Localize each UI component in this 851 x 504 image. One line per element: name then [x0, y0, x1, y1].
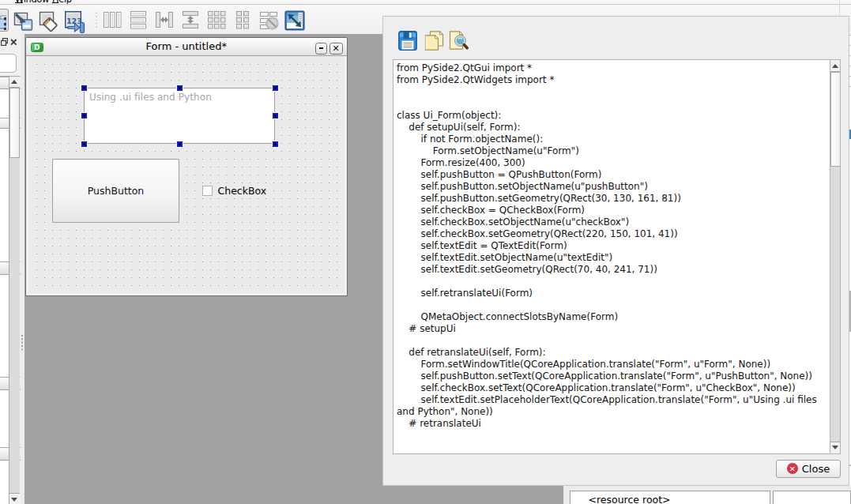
edit-buddies-button[interactable] [36, 9, 58, 32]
edit-buddies-icon [38, 10, 58, 32]
preview-code-button[interactable] [449, 31, 469, 51]
shade-dash-icon [319, 47, 324, 49]
dock-float-button[interactable] [1, 38, 8, 46]
scrollbar-up-button[interactable] [830, 60, 841, 72]
generated-python-code: from PySide2.QtGui import * from PySide2… [397, 62, 817, 430]
widget-box-dock [0, 34, 21, 504]
layout-form-button[interactable] [232, 9, 254, 32]
dock-close-icon [9, 38, 18, 47]
widget-box-filter-input[interactable] [0, 54, 17, 73]
resource-tree-panel[interactable]: <resource root> [570, 491, 770, 504]
selection-handle-bottom-left[interactable] [81, 141, 87, 147]
selection-handle-top-left[interactable] [81, 85, 87, 91]
dock-close-button[interactable] [9, 38, 18, 47]
close-button[interactable]: ✕ Close [776, 460, 841, 479]
scrollbar-up-button[interactable] [9, 77, 20, 88]
resource-files-panel[interactable] [773, 491, 851, 504]
resource-browser-dock: <resource root> [563, 486, 851, 504]
svg-text:123: 123 [66, 17, 82, 25]
close-button-label: Close [802, 463, 830, 475]
break-layout-icon [259, 10, 280, 31]
form-window-title: Form - untitled* [26, 40, 348, 52]
layout-form-icon [233, 10, 252, 29]
magnifier-document-icon [449, 31, 469, 51]
textedit-widget[interactable]: Using .ui files and Python [84, 88, 275, 144]
mnemonic-underline [15, 2, 23, 3]
layout-horizontally-icon [103, 10, 122, 29]
widget-box-scrollbar[interactable] [9, 77, 20, 504]
down-arrow-icon [832, 446, 838, 449]
scrollbar-thumb[interactable] [830, 72, 841, 167]
selection-handle-top-center[interactable] [177, 85, 183, 91]
layout-horizontally-button[interactable] [101, 9, 123, 32]
edit-tab-order-icon: 123 [64, 10, 85, 33]
close-red-icon: ✕ [787, 463, 798, 474]
code-text-area[interactable]: from PySide2.QtGui import * from PySide2… [393, 59, 841, 454]
code-preview-dialog: from PySide2.QtGui import * from PySide2… [382, 16, 849, 487]
textedit-placeholder: Using .ui files and Python [89, 92, 212, 103]
down-arrow-icon [11, 498, 17, 502]
scrollbar-thumb[interactable] [9, 88, 20, 158]
selection-handle-bottom-center[interactable] [177, 141, 183, 147]
resource-root-item[interactable]: <resource root> [589, 494, 671, 504]
pushbutton-widget[interactable]: PushButton [52, 159, 179, 223]
dock-boundary-line [839, 0, 840, 16]
menu-bar: Window Help [0, 0, 851, 5]
break-layout-button[interactable] [258, 9, 280, 32]
pushbutton-label: PushButton [88, 185, 145, 197]
edit-signals-slots-icon [13, 10, 33, 32]
layout-grid-icon [207, 10, 226, 29]
splitter-handle[interactable] [21, 335, 23, 352]
edit-tab-order-button[interactable]: 123 [62, 9, 85, 32]
dock-float-icon [1, 38, 8, 46]
adjust-size-icon [284, 10, 305, 31]
close-x-icon: ✕ [330, 43, 342, 55]
form-window-shade-button[interactable] [315, 43, 328, 55]
layout-horizontally-splitter-icon [155, 10, 174, 29]
selection-handle-mid-right[interactable] [273, 113, 278, 118]
layout-vertically-splitter-button[interactable] [179, 9, 201, 32]
edit-widgets-icon [0, 11, 6, 30]
selection-handle-mid-left[interactable] [81, 113, 87, 118]
copy-button[interactable] [424, 31, 444, 51]
up-arrow-icon [832, 64, 838, 68]
form-window-close-button[interactable]: ✕ [329, 43, 343, 55]
dock-splitter[interactable] [21, 34, 24, 504]
layout-horizontally-splitter-button[interactable] [153, 9, 175, 32]
code-scrollbar[interactable] [830, 60, 841, 453]
edit-signals-slots-button[interactable] [11, 9, 33, 32]
form-window-titlebar[interactable]: D Form - untitled* ✕ [26, 38, 348, 56]
save-button[interactable] [398, 31, 417, 51]
checkbox-indicator[interactable] [202, 186, 213, 196]
checkbox-label: CheckBox [218, 185, 267, 197]
selection-handle-bottom-right[interactable] [273, 141, 278, 147]
layout-vertically-icon [129, 10, 148, 29]
mnemonic-underline [52, 2, 58, 3]
layout-vertically-splitter-icon [181, 10, 200, 29]
selection-handle-top-right[interactable] [273, 85, 278, 91]
layout-grid-button[interactable] [205, 9, 228, 32]
save-icon [398, 31, 417, 51]
adjust-size-button[interactable] [283, 9, 305, 32]
up-arrow-icon [11, 80, 17, 84]
edit-widgets-button[interactable] [0, 9, 9, 32]
copy-icon [424, 31, 444, 51]
qt-designer-main-window: Window Help [0, 0, 851, 504]
scrollbar-down-button[interactable] [9, 493, 20, 504]
scrollbar-down-button[interactable] [830, 442, 841, 453]
layout-vertically-button[interactable] [127, 9, 149, 32]
toolbar-separator [96, 11, 97, 29]
